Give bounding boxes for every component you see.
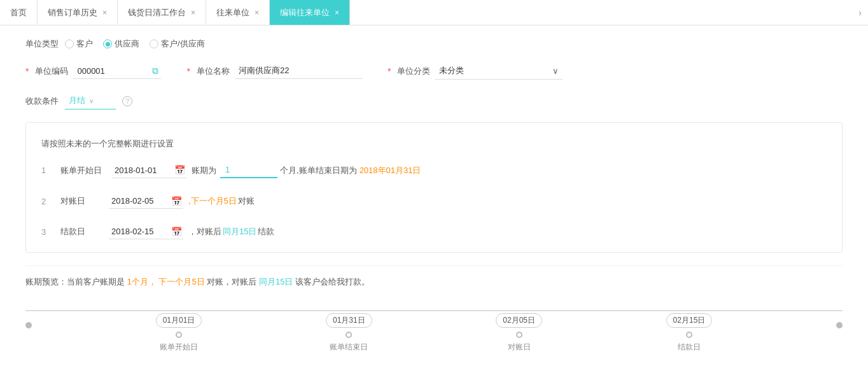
radio-circle-both <box>150 39 158 48</box>
row-num-1: 1 <box>41 165 60 175</box>
date-input-reconcile: 📅 <box>109 194 183 209</box>
payment-terms-row: 收款条件 月结 ∨ ? <box>25 92 843 109</box>
timeline-dot-1 <box>176 332 182 338</box>
tab-home[interactable]: 首页 <box>0 0 38 25</box>
unit-name-label: 单位名称 <box>197 66 230 77</box>
radio-circle-supplier <box>103 39 112 48</box>
unit-code-input[interactable] <box>73 64 150 78</box>
tab-close-sales-history[interactable]: × <box>102 8 107 17</box>
payment-terms-select[interactable]: 月结 ∨ <box>65 92 116 109</box>
calendar-icon-3[interactable]: 📅 <box>170 227 183 237</box>
unit-category-star: * <box>388 66 391 76</box>
date-input-payment-field[interactable] <box>109 224 170 239</box>
period-suffix: 个月,账单结束日期为 <box>280 165 357 176</box>
timeline-node-3: 02月05日 对账日 <box>496 313 542 353</box>
unit-type-row: 单位类型 客户 供应商 客户/供应商 <box>25 38 843 50</box>
node-badge-3: 02月05日 <box>496 313 542 328</box>
row-num-2: 2 <box>41 197 60 206</box>
timeline-node-2: 01月31日 账单结束日 <box>326 313 372 353</box>
row-label-1: 账单开始日 <box>60 165 102 176</box>
radio-supplier[interactable]: 供应商 <box>103 38 139 50</box>
unit-type-radio-group: 客户 供应商 客户/供应商 <box>65 38 205 50</box>
unit-name-input[interactable] <box>235 64 362 79</box>
tab-cash-work[interactable]: 钱货日清工作台 × <box>118 0 206 25</box>
unit-category-label: 单位分类 <box>397 66 430 77</box>
tab-close-partner[interactable]: × <box>255 8 259 17</box>
date-input-reconcile-field[interactable] <box>109 194 170 208</box>
payment-plain-prefix: ，对账后 <box>188 226 221 237</box>
tab-bar: 首页 销售订单历史 × 钱货日清工作台 × 往来单位 × 编辑往来单位 × › <box>0 0 868 25</box>
preview-label: 账期预览：当前客户账期是 <box>25 277 125 286</box>
setting-row-1: 1 账单开始日 📅 账期为 个月,账单结束日期为 2018年01月31日 <box>41 162 827 178</box>
row-label-3: 结款日 <box>60 226 99 237</box>
preview-part2: 下一个月5日 <box>158 277 204 286</box>
preview-section: 账期预览：当前客户账期是 1个月， 下一个月5日 对账，对账后 同月15日 该客… <box>25 265 843 300</box>
setting-row-2: 2 对账日 📅 ,下一个月5日 对账 <box>41 194 827 209</box>
copy-icon[interactable]: ⧉ <box>150 66 161 76</box>
row-label-2: 对账日 <box>60 195 99 207</box>
setting-row-3: 3 结款日 📅 ，对账后 同月15日 结款 <box>41 224 827 239</box>
date-input-start: 📅 <box>112 163 186 178</box>
tab-edit-partner[interactable]: 编辑往来单位 × <box>270 0 350 25</box>
payment-terms-help-icon[interactable]: ? <box>122 96 132 106</box>
tab-close-cash-work[interactable]: × <box>191 8 195 17</box>
timeline-items: 01月01日 账单开始日 01月31日 账单结束日 02月05日 对账日 02月… <box>25 313 843 353</box>
payment-highlight: 同月15日 <box>223 226 256 237</box>
payment-terms-value: 月结 <box>69 95 85 106</box>
date-input-start-field[interactable] <box>112 163 173 178</box>
node-label-4: 结款日 <box>678 342 701 353</box>
tab-more-button[interactable]: › <box>852 0 868 25</box>
calendar-icon-2[interactable]: 📅 <box>170 196 183 206</box>
payment-terms-label: 收款条件 <box>25 95 59 107</box>
payment-terms-dropdown-arrow: ∨ <box>89 97 94 104</box>
timeline: 01月01日 账单开始日 01月31日 账单结束日 02月05日 对账日 02月… <box>25 300 843 353</box>
date-input-payment: 📅 <box>109 224 183 239</box>
radio-circle-customer <box>65 39 74 48</box>
preview-part1: 1个月， <box>127 277 157 286</box>
unit-type-label: 单位类型 <box>25 38 59 50</box>
node-label-1: 账单开始日 <box>160 342 198 353</box>
node-badge-2: 01月31日 <box>326 313 372 328</box>
tab-sales-history[interactable]: 销售订单历史 × <box>38 0 118 25</box>
reconcile-plain: 对账 <box>238 195 255 207</box>
timeline-node-1: 01月01日 账单开始日 <box>156 313 202 353</box>
calendar-icon-1[interactable]: 📅 <box>173 165 186 175</box>
preview-part5: 该客户会给我打款。 <box>295 277 370 286</box>
timeline-dot-3 <box>516 332 522 338</box>
period-end-date: 2018年01月31日 <box>360 165 421 176</box>
reconcile-highlight: ,下一个月5日 <box>188 195 237 207</box>
category-dropdown-icon: ∨ <box>552 66 559 76</box>
row-num-3: 3 <box>41 227 60 237</box>
tab-partner[interactable]: 往来单位 × <box>206 0 270 25</box>
timeline-node-4: 02月15日 结款日 <box>666 313 713 353</box>
preview-part3: 对账，对账后 <box>207 277 256 286</box>
section-title: 请按照未来的一个完整帐期进行设置 <box>41 138 827 150</box>
unit-name-star: * <box>186 66 190 76</box>
unit-code-label: 单位编码 <box>35 66 68 77</box>
settings-section: 请按照未来的一个完整帐期进行设置 1 账单开始日 📅 账期为 个月,账单结束日期… <box>25 122 843 253</box>
node-label-2: 账单结束日 <box>330 342 368 353</box>
timeline-dot-2 <box>346 332 352 338</box>
tab-close-edit-partner[interactable]: × <box>335 8 339 17</box>
timeline-start-dot <box>25 322 32 328</box>
unit-code-input-wrap: ⧉ <box>73 64 161 79</box>
node-label-3: 对账日 <box>508 342 531 353</box>
unit-category-select[interactable]: 未分类 ∨ <box>435 62 563 80</box>
unit-info-row: * 单位编码 ⧉ * 单位名称 * 单位分类 未分类 ∨ <box>25 62 843 80</box>
main-content: 单位类型 客户 供应商 客户/供应商 * 单位编码 ⧉ <box>0 25 868 387</box>
node-badge-4: 02月15日 <box>666 313 713 328</box>
period-prefix: 账期为 <box>192 165 216 176</box>
unit-code-star: * <box>25 66 29 76</box>
timeline-line <box>25 310 843 311</box>
unit-category-value: 未分类 <box>439 65 464 76</box>
payment-plain-suffix: 结款 <box>258 226 274 237</box>
radio-both[interactable]: 客户/供应商 <box>150 38 205 50</box>
timeline-end-dot <box>836 322 843 328</box>
radio-customer[interactable]: 客户 <box>65 38 93 50</box>
timeline-dot-4 <box>686 332 692 338</box>
preview-part4: 同月15日 <box>259 277 293 286</box>
period-input[interactable] <box>220 162 277 178</box>
node-badge-1: 01月01日 <box>156 313 202 328</box>
